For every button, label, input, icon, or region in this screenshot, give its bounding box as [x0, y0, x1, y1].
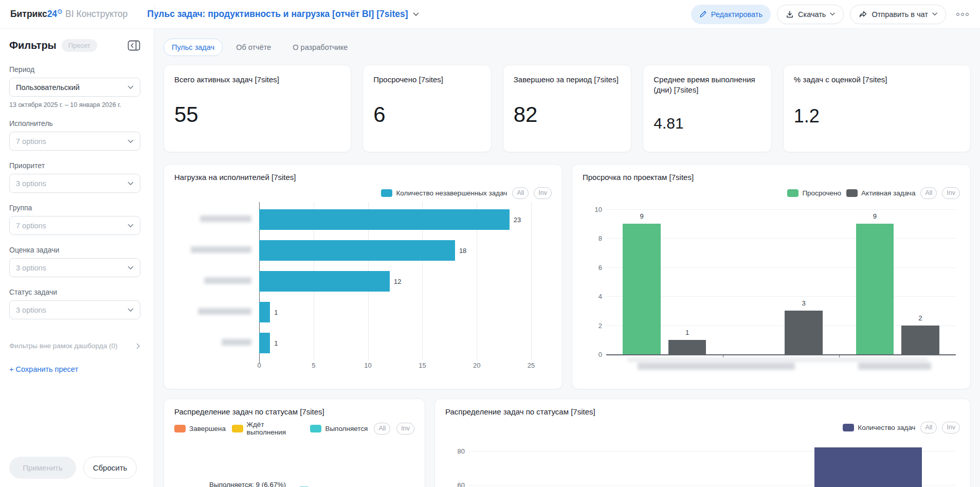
bar-active-task[interactable] — [785, 311, 822, 354]
y-axis-tick-label: 4 — [587, 293, 602, 300]
legend-item[interactable]: Активная задача — [846, 189, 915, 197]
task-score-select[interactable]: 3 options — [9, 258, 140, 277]
outer-filters-link[interactable]: Фильтры вне рамок дашборда (0) — [9, 342, 140, 350]
x-axis-tick-label: 5 — [312, 362, 315, 369]
legend-swatch — [787, 189, 798, 197]
legend-item[interactable]: Выполняется — [310, 425, 368, 432]
bar-active-task[interactable] — [668, 340, 706, 354]
legend-item[interactable]: Количество незавершенных задач — [381, 189, 507, 197]
collapse-sidebar-icon[interactable] — [128, 40, 140, 51]
dashboard-main: Пульс задач Об отчёте О разработчике Все… — [154, 29, 980, 487]
legend-all-button[interactable]: All — [920, 187, 937, 199]
kpi-label: Просрочено [7sites] — [373, 75, 481, 85]
bar-task-count[interactable] — [814, 447, 921, 487]
redacted-assignee-label — [174, 215, 251, 224]
bar-active-task[interactable] — [901, 326, 939, 354]
legend-label: Количество незавершенных задач — [396, 189, 507, 197]
reset-button[interactable]: Сбросить — [83, 457, 137, 479]
bar-unfinished-tasks[interactable] — [259, 209, 510, 230]
kpi-label: Среднее время выполнения (дни) [7sites] — [654, 75, 761, 96]
legend-inv-button[interactable]: Inv — [396, 423, 414, 435]
apply-button[interactable]: Применить — [9, 457, 76, 479]
legend-label: Просрочено — [802, 189, 841, 197]
legend-all-button[interactable]: All — [920, 422, 937, 434]
bitrix24-logo: Битрикс24 BI Конструктор — [10, 9, 128, 20]
filter-label: Период — [9, 65, 140, 74]
legend-all-button[interactable]: All — [512, 187, 529, 199]
download-button-label: Скачать — [798, 10, 826, 19]
send-to-chat-button[interactable]: Отправить в чат — [850, 5, 946, 24]
priority-select[interactable]: 3 options — [9, 174, 140, 193]
send-to-chat-label: Отправить в чат — [872, 10, 928, 19]
x-axis-tick-label: 25 — [528, 362, 535, 369]
edit-button[interactable]: Редактировать — [691, 5, 771, 24]
report-title-dropdown[interactable]: Пульс задач: продуктивность и нагрузка [… — [147, 9, 419, 20]
legend-inv-button[interactable]: Inv — [942, 422, 960, 434]
filter-group-task-status: Статус задачи 3 options — [9, 288, 140, 319]
kpi-label: Завершено за период [7sites] — [514, 75, 621, 85]
preset-badge: Пресет — [62, 39, 97, 52]
tab-about-report[interactable]: Об отчёте — [228, 39, 279, 56]
legend-all-button[interactable]: All — [374, 423, 390, 435]
task-status-select-value: 3 options — [16, 306, 46, 314]
kpi-value: 55 — [174, 102, 198, 127]
bar-row: 18 — [259, 235, 531, 266]
filter-label: Оценка задачи — [9, 246, 140, 254]
horizontal-bar-chart: 0510152025 23181211 — [174, 204, 552, 374]
group-select-value: 7 options — [16, 222, 46, 230]
legend-item[interactable]: Количество задач — [843, 424, 915, 431]
legend-item[interactable]: Ждёт выполнения — [232, 421, 304, 436]
legend-label: Ждёт выполнения — [247, 421, 304, 436]
save-preset-link[interactable]: + Сохранить пресет — [9, 365, 140, 373]
charts-row-2: Распределение задач по статусам [7sites]… — [164, 399, 971, 487]
bar-overdue[interactable] — [623, 224, 660, 354]
filter-label: Группа — [9, 204, 140, 212]
bar-row: 1 — [259, 297, 531, 328]
legend-item[interactable]: Просрочено — [787, 189, 841, 197]
edit-button-label: Редактировать — [711, 10, 763, 19]
legend-inv-button[interactable]: Inv — [534, 187, 552, 199]
bar-unfinished-tasks[interactable] — [259, 302, 270, 322]
tab-about-developer[interactable]: О разработчике — [284, 39, 356, 56]
chart-title: Просрочка по проектам [7sites] — [583, 173, 960, 182]
legend-item[interactable]: Завершена — [174, 425, 226, 432]
dashboard-tabs: Пульс задач Об отчёте О разработчике — [164, 39, 971, 56]
legend-label: Количество задач — [858, 424, 915, 431]
logo-brand: Битрикс — [10, 9, 47, 20]
x-axis-tick-label: 15 — [419, 362, 426, 369]
chart-title: Нагрузка на исполнителей [7sites] — [174, 173, 552, 182]
tab-task-pulse[interactable]: Пульс задач — [164, 39, 223, 56]
bar-row: 23 — [259, 204, 531, 235]
assignee-select[interactable]: 7 options — [9, 132, 140, 151]
group-select[interactable]: 7 options — [9, 216, 140, 235]
bar-overdue[interactable] — [856, 224, 894, 354]
bar-unfinished-tasks[interactable] — [259, 240, 455, 261]
logo-product: BI Конструктор — [65, 9, 128, 20]
task-status-select[interactable]: 3 options — [9, 300, 140, 319]
period-select[interactable]: Пользовательский — [9, 78, 140, 97]
y-axis-tick-label: 60 — [448, 481, 465, 487]
y-axis-tick-label: 10 — [587, 206, 602, 213]
top-bar: Битрикс24 BI Конструктор Пульс задач: пр… — [0, 0, 980, 29]
chevron-down-icon — [413, 12, 419, 16]
bar-unfinished-tasks[interactable] — [259, 333, 270, 353]
legend-swatch — [381, 189, 392, 197]
share-arrow-icon — [859, 10, 867, 19]
bar-unfinished-tasks[interactable] — [259, 271, 390, 292]
more-menu-button[interactable] — [955, 10, 970, 19]
legend-inv-button[interactable]: Inv — [942, 187, 960, 199]
chart-card-workload: Нагрузка на исполнителей [7sites] Количе… — [164, 164, 562, 389]
legend-label: Выполняется — [325, 425, 368, 432]
legend-swatch — [232, 425, 243, 432]
filter-label: Статус задачи — [9, 288, 140, 296]
outer-filters-text: Фильтры вне рамок дашборда (0) — [9, 342, 117, 350]
redacted-assignee-label — [174, 246, 251, 255]
filter-label: Исполнитель — [9, 119, 140, 128]
kpi-row: Всего активных задач [7sites] 55 Просроч… — [164, 65, 971, 152]
filters-sidebar: Фильтры Пресет Период Пользовательский 1… — [0, 29, 154, 487]
logo-brand-num: 24 — [47, 9, 57, 20]
download-button[interactable]: Скачать — [777, 5, 844, 24]
kpi-card-avg-completion-time: Среднее время выполнения (дни) [7sites] … — [643, 65, 772, 152]
bar-value-label: 12 — [394, 278, 401, 285]
chevron-down-icon — [128, 224, 134, 228]
